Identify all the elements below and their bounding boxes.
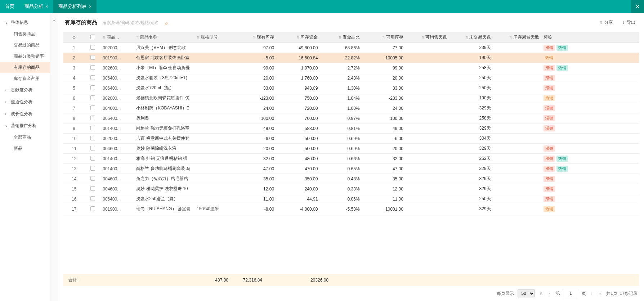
table-row[interactable]: 1002000...贝汉美（BHM） 创意北欧97.0049,800.0068.… [63, 43, 639, 53]
cell-checkbox[interactable] [85, 134, 100, 144]
checkbox-icon [90, 55, 95, 60]
sidebar-group-1[interactable]: ›贡献度分析 [0, 84, 50, 96]
search-input[interactable] [102, 19, 163, 27]
cell-sale-days [406, 83, 449, 93]
table-row[interactable]: 8006400...奥利奥100.00700.000.97%100.00258天… [63, 113, 639, 123]
col-no-trade-days[interactable]: ⇅未交易天数 [449, 32, 493, 43]
close-icon[interactable]: × [45, 4, 48, 9]
table-row[interactable]: 17001900...瑞尚（RUISHANG） 卧室装150*40厘米-8.00… [63, 204, 639, 214]
pager-page-input[interactable] [564, 290, 578, 297]
col-tags[interactable]: 标签 [541, 32, 639, 43]
cell-fund: 943.09 [276, 83, 320, 93]
search-icon[interactable]: ⌕ [165, 20, 168, 26]
table-row[interactable]: 14004600...兔之力（兔の力）粘毛器粘35.00350.000.48%3… [63, 174, 639, 184]
cell-checkbox[interactable] [85, 194, 100, 204]
table-row[interactable]: 3002600...小米（MI）雨伞 全自动折叠99.001,970.002.7… [63, 63, 639, 73]
cell-spec [194, 144, 233, 154]
cell-checkbox[interactable] [85, 164, 100, 174]
sidebar-item-0-2[interactable]: 商品分类动销率 [0, 51, 50, 62]
cell-tags: 滞销热销 [541, 164, 639, 174]
sidebar-group-4[interactable]: ∨营销推广分析 [0, 120, 50, 132]
sidebar-item-4-1[interactable]: 新品 [0, 143, 50, 154]
cell-checkbox[interactable] [85, 184, 100, 194]
tab-2[interactable]: 商品分析列表× [53, 0, 97, 13]
cell-checkbox[interactable] [85, 113, 100, 123]
col-settings[interactable]: ⚙ [63, 32, 85, 43]
cell-fund: -4,000.00 [276, 204, 320, 214]
chevron-right-icon: › [5, 88, 9, 92]
cell-checkbox[interactable] [85, 93, 100, 103]
cell-code: 006400... [100, 83, 134, 93]
tabs-bar-close[interactable]: × [631, 0, 644, 13]
sidebar-group-2[interactable]: ›流通性分析 [0, 96, 50, 108]
sidebar-collapse[interactable]: « [50, 13, 58, 301]
col-fund-pct[interactable]: ⇅资金占比 [320, 32, 362, 43]
cell-checkbox[interactable] [85, 204, 100, 214]
cell-checkbox[interactable] [85, 123, 100, 134]
table-row[interactable]: 5006400...洗发水720ml（瓶）33.00943.091.30%33.… [63, 83, 639, 93]
checkbox-icon [90, 65, 95, 70]
sum-row: 合计: 437.00 72,316.84 20326.00 [63, 274, 639, 286]
sidebar-item-4-0[interactable]: 全部商品 [0, 132, 50, 143]
tab-1[interactable]: 商品分析× [19, 0, 53, 13]
cell-fund: 480.00 [276, 154, 320, 164]
pager-last[interactable]: » [598, 290, 603, 297]
cell-checkbox[interactable] [85, 83, 100, 93]
cell-name: 奥妙 樱花柔护 洗衣凝珠 10 [134, 184, 194, 194]
cell-checkbox[interactable] [85, 63, 100, 73]
tab-0[interactable]: 首页 [0, 0, 19, 13]
cell-avail: 77.00 [362, 43, 406, 53]
col-code[interactable]: ⇅商品... [100, 32, 134, 43]
share-button[interactable]: ⇪ 分享 [597, 18, 615, 27]
cell-checkbox[interactable] [85, 43, 100, 53]
pager-prev[interactable]: ‹ [548, 290, 552, 297]
table-row[interactable]: 16006400...洗发水250蜜兰（袋）11.0044.910.06%11.… [63, 194, 639, 204]
sidebar-item-0-3[interactable]: 有库存的商品 [0, 62, 50, 73]
cell-checkbox[interactable] [85, 53, 100, 63]
table-row[interactable]: 13001400...尚格兰 多功能马桶刷套装 马47.00470.000.65… [63, 164, 639, 174]
tag-badge: 热销 [556, 156, 568, 162]
col-select-all[interactable] [85, 32, 100, 43]
pager-first[interactable]: K [538, 290, 544, 297]
tag-badge: 热销 [544, 95, 555, 101]
cell-checkbox[interactable] [85, 144, 100, 154]
table-row[interactable]: 4006400...洗发水套装（3瓶720ml+1）20.001,760.002… [63, 73, 639, 83]
sidebar-item-0-0[interactable]: 销售类商品 [0, 28, 50, 40]
table-row[interactable]: 7004600...小林制药（KOBAYASHI）E24.00720.001.0… [63, 103, 639, 113]
sidebar-item-0-1[interactable]: 交易过的商品 [0, 40, 50, 51]
cell-tags: 滞销 [541, 113, 639, 123]
cell-no-trade-days: 239天 [449, 43, 493, 53]
checkbox-icon [90, 116, 95, 120]
cell-name: 佰思家 北欧客厅装饰画卧室 [134, 53, 194, 63]
table-row[interactable]: 15004600...奥妙 樱花柔护 洗衣凝珠 1012.00240.000.3… [63, 184, 639, 194]
col-spec[interactable]: ⇅规格型号 [194, 32, 233, 43]
cell-fund-pct: 0.97% [320, 113, 362, 123]
table-row[interactable]: 9001400...尚格兰 强力无痕免打孔浴室49.00588.000.81%4… [63, 123, 639, 134]
col-avail[interactable]: ⇅可用库存 [362, 32, 406, 43]
col-turn-days[interactable]: ⇅库存周转天数 [493, 32, 541, 43]
table-row[interactable]: 11004600...奥妙 除菌除螨洗衣液20.00500.000.69%20.… [63, 144, 639, 154]
table-row[interactable]: 2001900...佰思家 北欧客厅装饰画卧室-5.0016,500.8422.… [63, 53, 639, 63]
col-name[interactable]: ⇅商品名称 [134, 32, 194, 43]
cell-sale-days [406, 184, 449, 194]
sidebar-group-3[interactable]: ›成长性分析 [0, 108, 50, 120]
table-row[interactable]: 12001400...雅高 挂钩 无痕透明粘钩 强32.00480.000.66… [63, 154, 639, 164]
cell-checkbox[interactable] [85, 174, 100, 184]
export-button[interactable]: ⤓ 导出 [620, 18, 638, 27]
col-sale-days[interactable]: ⇅可销售天数 [406, 32, 449, 43]
table-row[interactable]: 10002000...吉百 禅意新中式玄关摆件套-6.00500.000.69%… [63, 134, 639, 144]
cell-checkbox[interactable] [85, 154, 100, 164]
cell-checkbox[interactable] [85, 103, 100, 113]
col-stock[interactable]: ⇅现有库存 [233, 32, 276, 43]
sidebar-item-0-4[interactable]: 库存资金占用 [0, 73, 50, 84]
cell-checkbox[interactable] [85, 73, 100, 83]
col-fund[interactable]: ⇅库存资金 [276, 32, 320, 43]
table-row[interactable]: 6002000...景德镇北欧陶瓷花瓶摆件 优-123.00750.001.04… [63, 93, 639, 103]
close-icon[interactable]: × [89, 4, 91, 9]
sidebar-group-0[interactable]: ∨整体信息 [0, 17, 50, 28]
cell-idx: 4 [63, 73, 85, 83]
pager-next[interactable]: › [590, 290, 594, 297]
per-page-select[interactable]: 50 [518, 289, 535, 297]
cell-avail: 33.00 [362, 83, 406, 93]
cell-spec [194, 93, 233, 103]
